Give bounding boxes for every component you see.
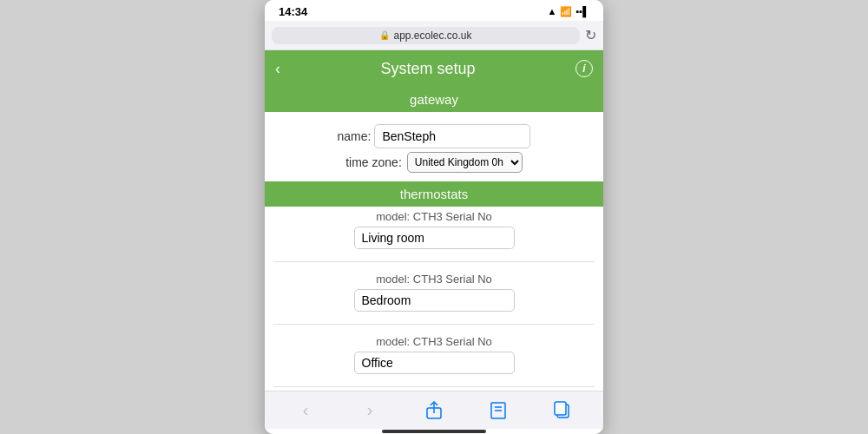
home-bar bbox=[382, 430, 486, 433]
thermostat-2-model: model: CTH3 Serial No bbox=[282, 273, 586, 286]
browser-back-button[interactable]: ‹ bbox=[273, 400, 338, 420]
divider-3 bbox=[273, 386, 595, 387]
share-icon bbox=[425, 401, 443, 420]
browser-url-bar[interactable]: 🔒 app.ecolec.co.uk bbox=[272, 27, 580, 44]
status-bar: 14:34 ▲ 📶 ▪▪▌ bbox=[265, 0, 603, 21]
bottom-toolbar: ‹ › bbox=[265, 391, 603, 429]
timezone-label: time zone: bbox=[345, 155, 402, 169]
bookmarks-button[interactable] bbox=[466, 401, 530, 420]
timezone-row: time zone: United Kingdom 0h bbox=[282, 152, 586, 173]
thermostat-3-name-input[interactable] bbox=[354, 352, 515, 374]
content-area: gateway name: time zone: United Kingdom … bbox=[265, 87, 603, 391]
thermostat-item-2: model: CTH3 Serial No bbox=[265, 269, 603, 317]
thermostat-item-1: model: CTH3 Serial No bbox=[265, 207, 603, 254]
signal-icon: ▲ bbox=[548, 6, 557, 16]
gateway-name-input[interactable] bbox=[374, 124, 530, 148]
battery-icon: ▪▪▌ bbox=[575, 6, 589, 16]
refresh-icon[interactable]: ↻ bbox=[585, 27, 596, 43]
name-row: name: bbox=[282, 119, 586, 152]
phone-frame: 14:34 ▲ 📶 ▪▪▌ 🔒 app.ecolec.co.uk ↻ ‹ Sys… bbox=[265, 0, 603, 434]
info-button[interactable]: i bbox=[575, 60, 593, 77]
gateway-section-header: gateway bbox=[265, 87, 603, 112]
status-time: 14:34 bbox=[279, 5, 307, 18]
thermostat-3-model: model: CTH3 Serial No bbox=[282, 335, 586, 348]
lock-icon: 🔒 bbox=[379, 30, 390, 40]
gateway-label: gateway bbox=[410, 92, 458, 107]
thermostat-item-3: model: CTH3 Serial No bbox=[265, 332, 603, 379]
browser-forward-button[interactable]: › bbox=[338, 400, 402, 420]
timezone-select[interactable]: United Kingdom 0h bbox=[407, 152, 523, 173]
bookmarks-icon bbox=[490, 401, 507, 420]
divider-2 bbox=[273, 324, 595, 325]
browser-bar: 🔒 app.ecolec.co.uk ↻ bbox=[265, 21, 603, 50]
gateway-form: name: time zone: United Kingdom 0h bbox=[265, 112, 603, 181]
svg-rect-6 bbox=[555, 402, 566, 415]
wifi-icon: 📶 bbox=[560, 6, 572, 17]
browser-url: app.ecolec.co.uk bbox=[393, 30, 471, 42]
tabs-icon bbox=[554, 401, 571, 420]
page-title: System setup bbox=[380, 60, 475, 78]
status-icons: ▲ 📶 ▪▪▌ bbox=[548, 6, 589, 17]
thermostat-1-model: model: CTH3 Serial No bbox=[282, 210, 586, 223]
share-button[interactable] bbox=[402, 401, 466, 420]
home-indicator bbox=[265, 429, 603, 434]
back-button[interactable]: ‹ bbox=[275, 60, 280, 78]
divider-1 bbox=[273, 261, 595, 262]
name-label: name: bbox=[338, 129, 372, 143]
thermostat-2-name-input[interactable] bbox=[354, 289, 515, 312]
thermostats-section-header: thermostats bbox=[265, 181, 603, 207]
tabs-button[interactable] bbox=[530, 401, 595, 420]
thermostats-label: thermostats bbox=[400, 187, 468, 201]
app-header: ‹ System setup i bbox=[265, 50, 603, 87]
thermostat-1-name-input[interactable] bbox=[354, 227, 515, 249]
